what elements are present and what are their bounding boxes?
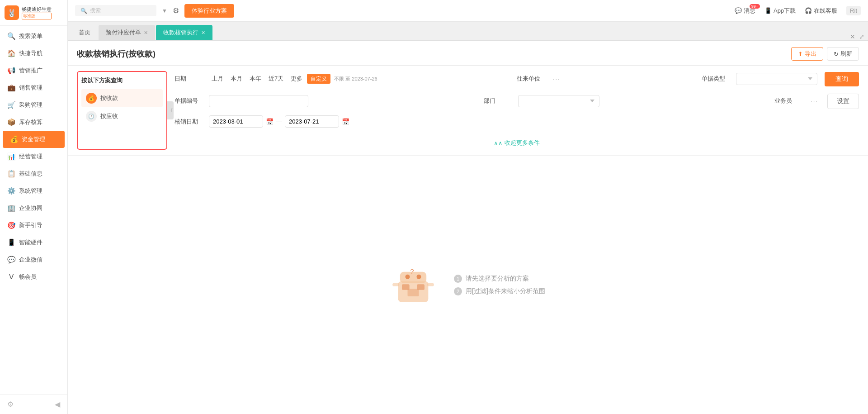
- sidebar-footer: ⚙ ◀: [0, 394, 67, 414]
- member-icon: Ⅴ: [7, 273, 15, 281]
- filter-option-by-receipt[interactable]: 💰 按收款: [81, 89, 163, 107]
- date-btn-last-7-days[interactable]: 近7天: [266, 74, 286, 84]
- sidebar-item-guide[interactable]: 🎯 新手引导: [0, 217, 67, 234]
- date-separator: —: [276, 118, 282, 125]
- tab-receipt-offset[interactable]: 收款核销执行 ✕: [156, 25, 212, 40]
- topbar-right: 💬 消息 99+ 📱 App下载 🎧 在线客服 Rit: [735, 6, 861, 15]
- message-icon: 💬: [735, 7, 742, 14]
- tip-num-1: 1: [454, 275, 462, 283]
- by-receipt-icon: 💰: [86, 93, 97, 104]
- sidebar-settings-icon[interactable]: ⚙: [7, 400, 14, 409]
- sidebar-item-basic-info[interactable]: 📋 基础信息: [0, 165, 67, 182]
- sidebar-item-label: 资金管理: [22, 135, 45, 143]
- service-label: 在线客服: [814, 7, 837, 15]
- filter-option-by-receivable[interactable]: 🕐 按应收: [81, 107, 163, 125]
- verify-date-start[interactable]: [209, 115, 263, 128]
- empty-content: ? 1 请先选择要分析的方案 2 用[过滤]条件来缩小分析范围: [391, 262, 545, 308]
- service-icon: 🎧: [805, 7, 812, 14]
- topbar-gear-icon[interactable]: ⚙: [173, 6, 179, 15]
- topbar-search[interactable]: 🔍 搜索: [75, 5, 156, 16]
- refresh-button[interactable]: ↻ 刷新: [827, 47, 859, 61]
- export-button[interactable]: ⬆ 导出: [791, 47, 823, 61]
- sidebar-item-purchase[interactable]: 🛒 采购管理: [0, 96, 67, 114]
- sidebar-item-enterprise[interactable]: 🏢 企业协同: [0, 200, 67, 217]
- solution-button[interactable]: 体验行业方案: [184, 4, 234, 18]
- search-placeholder: 搜索: [90, 7, 101, 14]
- topbar-app-download[interactable]: 📱 App下载: [764, 7, 796, 15]
- user-name: Rit: [850, 7, 857, 14]
- doc-type-label: 单据类型: [702, 75, 729, 83]
- page-title: 收款核销执行(按收款): [77, 48, 156, 59]
- purchase-icon: 🛒: [7, 101, 15, 109]
- page-header: 收款核销执行(按收款) ⬆ 导出 ↻ 刷新: [68, 41, 868, 66]
- doc-no-input[interactable]: [209, 95, 308, 107]
- doc-no-label: 单据编号: [175, 97, 202, 105]
- tab-prepay-label: 预付冲应付单: [106, 29, 141, 37]
- sidebar-item-inventory[interactable]: 📦 库存核算: [0, 114, 67, 131]
- empty-tip-2: 2 用[过滤]条件来缩小分析范围: [454, 287, 545, 295]
- staff-dots: ···: [811, 98, 818, 105]
- empty-state: ? 1 请先选择要分析的方案 2 用[过滤]条件来缩小分析范围: [68, 156, 868, 414]
- empty-tip-1: 1 请先选择要分析的方案: [454, 275, 545, 283]
- tab-close-all-icon[interactable]: ✕: [850, 33, 855, 40]
- topbar-service[interactable]: 🎧 在线客服: [805, 7, 837, 15]
- sidebar-item-marketing[interactable]: 📢 营销推广: [0, 62, 67, 79]
- date-row: 上月 本月 本年 近7天 更多 自定义 不限 至 2023-07-26: [209, 74, 377, 84]
- basic-info-icon: 📋: [7, 170, 15, 178]
- sidebar-item-hardware[interactable]: 📱 智能硬件: [0, 234, 67, 251]
- sales-icon: 💼: [7, 84, 15, 92]
- sidebar-item-wechat[interactable]: 💬 企业微信: [0, 251, 67, 268]
- date-btn-custom[interactable]: 自定义: [307, 74, 330, 84]
- sidebar-nav: 🔍 搜索菜单 🏠 快捷导航 📢 营销推广 💼 销售管理 🛒 采购管理 📦 库存核…: [0, 26, 67, 394]
- topbar-user[interactable]: Rit: [846, 6, 861, 15]
- tab-receipt-close-icon[interactable]: ✕: [201, 30, 205, 36]
- collapse-up-icon: ∧∧: [494, 140, 503, 147]
- dept-select[interactable]: [518, 95, 599, 107]
- date-btn-this-month[interactable]: 本月: [228, 74, 245, 84]
- date-btn-last-month[interactable]: 上月: [209, 74, 226, 84]
- tip-num-2: 2: [454, 287, 462, 295]
- tip-text-1: 请先选择要分析的方案: [466, 275, 529, 283]
- doc-type-select[interactable]: [736, 73, 817, 85]
- sidebar-item-finance[interactable]: 💰 资金管理: [3, 131, 65, 148]
- tab-home[interactable]: 首页: [71, 25, 98, 40]
- setting-button[interactable]: 设置: [827, 94, 859, 109]
- topbar-arrow-icon[interactable]: ▼: [162, 8, 167, 14]
- app-label: App下载: [774, 7, 796, 15]
- sidebar-item-system[interactable]: ⚙️ 系统管理: [0, 182, 67, 200]
- sidebar-item-label: 库存核算: [19, 118, 42, 126]
- tab-fullscreen-icon[interactable]: ⤢: [859, 33, 864, 40]
- sidebar-item-quick-nav[interactable]: 🏠 快捷导航: [0, 45, 67, 62]
- collapse-more-btn[interactable]: ∧∧ 收起更多条件: [175, 136, 859, 150]
- tab-home-label: 首页: [79, 29, 90, 37]
- verify-date-group: 📅 — 📅: [209, 115, 349, 128]
- sidebar-item-label: 基础信息: [19, 170, 42, 178]
- message-badge: 99+: [750, 4, 760, 9]
- app-icon: 📱: [764, 7, 772, 14]
- end-cal-icon[interactable]: 📅: [342, 118, 349, 125]
- topbar-message[interactable]: 💬 消息 99+: [735, 7, 755, 15]
- export-icon: ⬆: [798, 51, 803, 57]
- svg-rect-3: [408, 289, 419, 296]
- query-button[interactable]: 查询: [825, 72, 859, 86]
- verify-date-end[interactable]: [285, 115, 339, 128]
- sidebar-item-label: 新手引导: [19, 221, 42, 229]
- sidebar-item-label: 畅会员: [19, 273, 37, 281]
- sidebar-item-sales[interactable]: 💼 销售管理: [0, 79, 67, 96]
- date-btn-more[interactable]: 更多: [288, 74, 305, 84]
- sidebar: 🐰 畅捷通好生意 标准版 🔍 搜索菜单 🏠 快捷导航 📢 营销推广 💼 销售管理…: [0, 0, 68, 414]
- filter-sidebar: 按以下方案查询 💰 按收款 🕐 按应收 《: [77, 71, 167, 150]
- sidebar-collapse-icon[interactable]: ◀: [55, 400, 60, 409]
- sidebar-item-label: 企业微信: [19, 256, 42, 264]
- sidebar-item-operations[interactable]: 📊 经营管理: [0, 148, 67, 165]
- date-btn-this-year[interactable]: 本年: [247, 74, 264, 84]
- sidebar-item-member[interactable]: Ⅴ 畅会员: [0, 268, 67, 286]
- tab-prepay-close-icon[interactable]: ✕: [144, 30, 148, 36]
- refresh-icon: ↻: [834, 51, 839, 57]
- tab-prepay-offset[interactable]: 预付冲应付单 ✕: [99, 25, 155, 40]
- svg-point-5: [406, 274, 410, 279]
- filter-row-1: 日期 上月 本月 本年 近7天 更多 自定义 不限 至 2023-07-26: [175, 71, 859, 86]
- sidebar-item-search[interactable]: 🔍 搜索菜单: [0, 28, 67, 45]
- start-cal-icon[interactable]: 📅: [266, 118, 274, 125]
- filter-sidebar-collapse-btn[interactable]: 《: [167, 101, 174, 119]
